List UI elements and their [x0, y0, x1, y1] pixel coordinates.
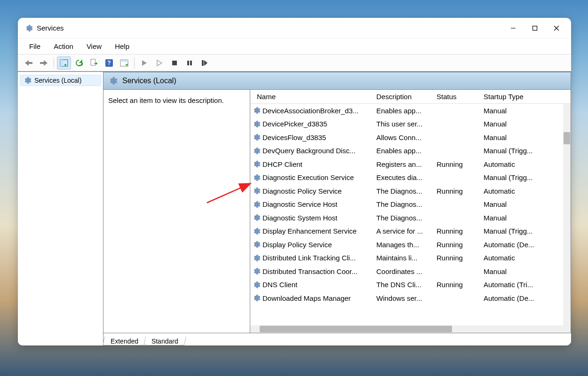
table-row[interactable]: DevQuery Background Disc...Enables app..…	[250, 144, 563, 158]
cell-status: Running	[437, 227, 484, 235]
scroll-thumb[interactable]	[564, 132, 570, 144]
cell-name: DevQuery Background Disc...	[262, 147, 376, 155]
show-hide-tree-button[interactable]	[57, 56, 71, 70]
services-list: Name Description Status Startup Type Dev…	[250, 90, 571, 333]
col-startup[interactable]: Startup Type	[484, 93, 571, 101]
cell-status: Running	[437, 187, 484, 195]
cell-description: The Diagnos...	[376, 214, 437, 222]
cell-status: Running	[437, 160, 484, 168]
cell-status: Running	[437, 241, 484, 249]
col-description[interactable]: Description	[376, 93, 437, 101]
separator	[134, 57, 135, 69]
tab-standard[interactable]: Standard	[143, 337, 186, 345]
svg-rect-15	[202, 60, 204, 66]
cell-startup: Manual	[484, 133, 563, 141]
forward-button[interactable]	[37, 56, 51, 70]
services-window: Services File Action View Help ?	[18, 18, 571, 345]
gear-icon	[252, 227, 261, 235]
detail-prompt: Select an item to view its description.	[108, 96, 245, 104]
tree-pane[interactable]: Services (Local)	[18, 72, 103, 345]
table-row[interactable]: Display Enhancement ServiceA service for…	[250, 225, 563, 238]
restart-service-button[interactable]	[198, 56, 212, 70]
gear-icon	[252, 106, 261, 115]
cell-startup: Manual	[484, 267, 563, 275]
app-icon	[24, 24, 33, 32]
cell-startup: Manual	[484, 120, 563, 128]
table-row[interactable]: Display Policy ServiceManages th...Runni…	[250, 238, 563, 251]
table-row[interactable]: Diagnostic Policy ServiceThe Diagnos...R…	[250, 184, 563, 198]
cell-startup: Manual	[484, 200, 563, 208]
gear-icon	[252, 254, 261, 262]
cell-description: This user ser...	[376, 120, 437, 128]
cell-description: Enables app...	[376, 147, 437, 155]
svg-rect-13	[187, 61, 189, 65]
cell-name: Downloaded Maps Manager	[262, 294, 376, 302]
stop-service-button[interactable]	[167, 56, 182, 70]
svg-rect-5	[60, 60, 63, 66]
close-button[interactable]	[546, 21, 567, 36]
table-row[interactable]: DHCP ClientRegisters an...RunningAutomat…	[250, 157, 563, 171]
table-row[interactable]: Distributed Transaction Coor...Coordinat…	[250, 265, 563, 278]
cell-description: Enables app...	[376, 107, 437, 115]
gear-icon	[252, 200, 261, 209]
table-row[interactable]: DevicesFlow_d3835Allows Conn...Manual	[250, 131, 563, 144]
svg-point-6	[64, 64, 66, 66]
cell-description: Allows Conn...	[376, 133, 437, 141]
cell-startup: Manual	[484, 214, 563, 222]
gear-icon	[252, 294, 261, 302]
pause-service-button[interactable]	[183, 56, 197, 70]
cell-description: The DNS Cli...	[376, 281, 437, 289]
properties-button[interactable]	[117, 56, 131, 70]
right-pane: Services (Local) Select an item to view …	[103, 72, 571, 345]
cell-name: Display Enhancement Service	[262, 227, 376, 235]
window-controls	[502, 21, 567, 36]
cell-description: The Diagnos...	[376, 187, 437, 195]
menu-file[interactable]: File	[24, 40, 46, 52]
table-row[interactable]: Diagnostic System HostThe Diagnos...Manu…	[250, 211, 563, 225]
maximize-button[interactable]	[524, 21, 546, 36]
table-row[interactable]: Diagnostic Service HostThe Diagnos...Man…	[250, 198, 563, 212]
list-header[interactable]: Name Description Status Startup Type	[250, 90, 571, 104]
separator	[54, 57, 54, 69]
scroll-thumb[interactable]	[260, 326, 452, 332]
back-button[interactable]	[22, 56, 36, 70]
export-list-button[interactable]	[87, 56, 101, 70]
cell-name: Diagnostic System Host	[262, 214, 376, 222]
start-once-button[interactable]	[152, 56, 167, 70]
menu-view[interactable]: View	[81, 40, 107, 52]
vertical-scrollbar[interactable]	[563, 104, 571, 325]
pane-header: Services (Local)	[103, 72, 571, 90]
cell-name: DHCP Client	[262, 160, 376, 168]
cell-name: DNS Client	[262, 281, 376, 289]
table-row[interactable]: DeviceAssociationBroker_d3...Enables app…	[250, 104, 563, 118]
gear-icon	[23, 76, 32, 85]
cell-description: A service for ...	[376, 227, 437, 235]
menu-action[interactable]: Action	[48, 40, 79, 52]
toolbar: ?	[18, 55, 571, 71]
cell-description: Manages th...	[376, 241, 437, 249]
start-service-button[interactable]	[137, 56, 151, 70]
table-row[interactable]: Downloaded Maps ManagerWindows ser...Aut…	[250, 291, 563, 305]
cell-description: Maintains li...	[376, 254, 437, 262]
content-split: Select an item to view its description. …	[103, 90, 571, 333]
tree-root-label: Services (Local)	[34, 77, 81, 84]
cell-name: Diagnostic Execution Service	[262, 173, 376, 181]
table-row[interactable]: DNS ClientThe DNS Cli...RunningAutomatic…	[250, 278, 563, 292]
minimize-button[interactable]	[502, 21, 524, 36]
tree-root-node[interactable]: Services (Local)	[20, 75, 101, 86]
col-status[interactable]: Status	[437, 93, 484, 101]
menu-help[interactable]: Help	[109, 40, 135, 52]
detail-pane: Select an item to view its description.	[103, 90, 250, 333]
gear-icon	[252, 187, 261, 195]
table-row[interactable]: Distributed Link Tracking Cli...Maintain…	[250, 251, 563, 265]
main-body: Services (Local) Services (Local) Select…	[18, 71, 571, 345]
table-row[interactable]: Diagnostic Execution ServiceExecutes dia…	[250, 171, 563, 185]
horizontal-scrollbar[interactable]	[250, 325, 571, 333]
table-row[interactable]: DevicePicker_d3835This user ser...Manual	[250, 118, 563, 131]
cell-startup: Manual (Trigg...	[484, 173, 563, 181]
titlebar[interactable]: Services	[18, 18, 571, 39]
refresh-button[interactable]	[72, 56, 86, 70]
col-name[interactable]: Name	[250, 93, 376, 101]
tab-extended[interactable]: Extended	[103, 337, 146, 345]
help-button[interactable]: ?	[102, 56, 116, 70]
